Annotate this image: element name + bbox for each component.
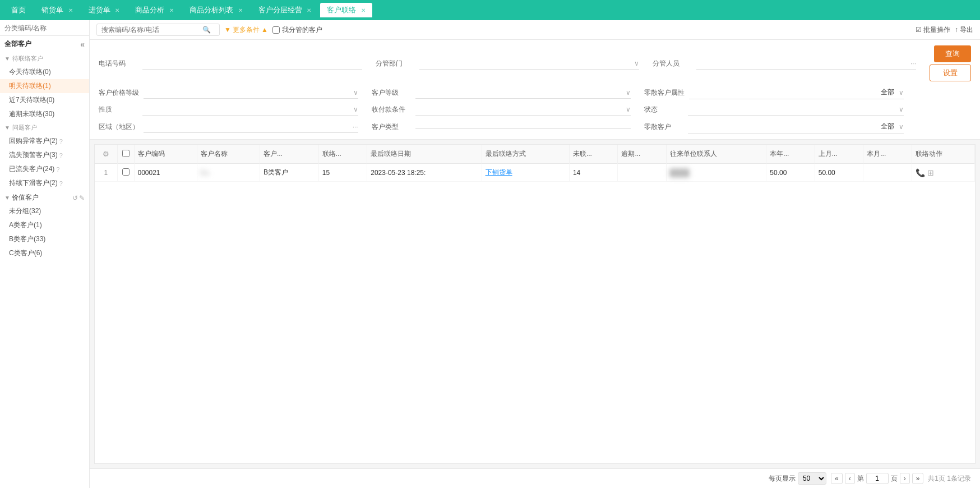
sidebar-item-week7[interactable]: 近7天待联络(0) — [0, 93, 89, 107]
nav-customer-contact[interactable]: 客户联络 ✕ — [320, 3, 372, 17]
set-button[interactable]: 设置 — [930, 65, 971, 81]
close-customer-contact-icon[interactable]: ✕ — [361, 7, 366, 13]
nav-product-analysis-list[interactable]: 商品分析列表 ✕ — [183, 3, 249, 17]
my-customers-checkbox[interactable] — [272, 26, 280, 34]
nav-product-analysis[interactable]: 商品分析 ✕ — [128, 3, 181, 17]
cell-last-month: 50.00 — [815, 164, 863, 182]
col-customer-type: 客户... — [260, 145, 318, 164]
more-conditions-btn[interactable]: ▼ 更多条件 ▲ — [224, 25, 268, 35]
customer-level-select[interactable]: ∨ — [415, 87, 631, 99]
close-product-analysis-list-icon[interactable]: ✕ — [238, 7, 243, 13]
sidebar-item-ungrouped[interactable]: 未分组(32) — [0, 204, 89, 218]
edit-icon[interactable]: ✎ — [79, 194, 85, 202]
search-box[interactable]: 🔍 — [96, 24, 220, 36]
sidebar-item-repurchase-abnormal[interactable]: 回购异常客户(2) ? — [0, 134, 89, 148]
my-customers-checkbox-area[interactable]: 我分管的客户 — [272, 25, 322, 35]
help-icon-3[interactable]: ? — [56, 166, 59, 173]
branch-person-select[interactable]: ··· — [696, 58, 916, 70]
first-page-btn[interactable]: « — [831, 473, 843, 484]
sidebar-item-declining[interactable]: 持续下滑客户(2) ? — [0, 176, 89, 190]
branch-dept-select[interactable]: ∨ — [419, 58, 639, 70]
sidebar-item-churn-warning[interactable]: 流失预警客户(3) ? — [0, 148, 89, 162]
export-btn[interactable]: ↑ 导出 — [955, 25, 973, 35]
customer-level-label: 客户等级 — [372, 88, 411, 98]
adv-row-1: 电话号码 分管部门 ∨ 分管人员 ··· — [99, 45, 971, 81]
query-button[interactable]: 查询 — [934, 45, 971, 62]
cell-customer-name[interactable]: Ea — [197, 164, 260, 182]
page-size-dropdown[interactable]: 10 20 50 100 — [798, 472, 826, 485]
all-customers-title[interactable]: 全部客户 « — [0, 36, 89, 52]
price-level-select[interactable]: ∨ — [144, 87, 358, 99]
group-label-pending[interactable]: ▼ 待联络客户 — [0, 52, 89, 65]
branch-person-label: 分管人员 — [653, 59, 692, 68]
value-group-icons: ↺ ✎ — [72, 194, 85, 202]
nav-customer-tier[interactable]: 客户分层经营 ✕ — [252, 3, 318, 17]
row-checkbox[interactable] — [122, 168, 130, 176]
action-phone-icon[interactable]: 📞 — [916, 168, 925, 177]
retail-customer-select[interactable]: 全部 ∨ — [688, 120, 904, 133]
gender-select[interactable]: ∨ — [142, 104, 358, 116]
nav-home[interactable]: 首页 — [4, 3, 33, 17]
sidebar-search-area: 🔍 — [0, 20, 89, 36]
select-all-checkbox[interactable] — [122, 150, 130, 157]
help-icon-1[interactable]: ? — [59, 138, 63, 145]
col-settings[interactable]: ⚙ — [95, 145, 117, 164]
last-page-btn[interactable]: » — [912, 473, 924, 484]
col-customer-name: 客户名称 — [197, 145, 260, 164]
col-this-year: 本年... — [766, 145, 815, 164]
refresh-icon[interactable]: ↺ — [72, 194, 78, 202]
page-number-input[interactable] — [866, 473, 889, 484]
batch-btn[interactable]: ☑ 批量操作 — [916, 25, 950, 35]
status-select[interactable]: ∨ — [688, 104, 904, 116]
customer-type-select[interactable] — [415, 125, 631, 129]
close-sales-icon[interactable]: ✕ — [68, 7, 73, 13]
area-select[interactable]: ··· — [144, 121, 358, 133]
collapse-icon[interactable]: « — [80, 40, 85, 49]
search-input[interactable] — [101, 26, 202, 34]
adv-row-4: 区域（地区） ··· 客户类型 零散客户 全部 ∨ — [99, 120, 971, 133]
sidebar-item-today[interactable]: 今天待联络(0) — [0, 65, 89, 79]
cell-no-contact: 14 — [569, 164, 617, 182]
next-page-btn[interactable]: › — [900, 473, 910, 484]
close-product-analysis-icon[interactable]: ✕ — [169, 7, 174, 13]
sidebar-search-input[interactable] — [4, 24, 89, 32]
page-size-select[interactable]: 每页显示 10 20 50 100 — [769, 472, 826, 485]
retail-attr-select[interactable]: 全部 ∨ — [689, 86, 904, 99]
help-icon-2[interactable]: ? — [59, 152, 63, 159]
sidebar-item-class-a[interactable]: A类客户(1) — [0, 218, 89, 232]
payment-field: 收付款条件 ∨ — [372, 104, 631, 116]
action-grid-icon[interactable]: ⊞ — [927, 168, 934, 177]
arrow-icon-2: ▼ — [4, 125, 10, 131]
caret-down-icon: ∨ — [634, 59, 639, 67]
prev-page-btn[interactable]: ‹ — [845, 473, 855, 484]
sidebar-item-class-c[interactable]: C类客户(6) — [0, 246, 89, 260]
search-icon-main[interactable]: 🔍 — [202, 26, 211, 34]
close-customer-tier-icon[interactable]: ✕ — [307, 7, 311, 13]
retail-customer-field: 零散客户 全部 ∨ — [644, 120, 904, 133]
col-checkbox-header[interactable] — [117, 145, 134, 164]
sidebar-item-class-b[interactable]: B类客户(33) — [0, 232, 89, 246]
payment-select[interactable]: ∨ — [415, 104, 631, 116]
cell-last-contact-method[interactable]: 下销货单 — [482, 164, 569, 182]
last-contact-method-link[interactable]: 下销货单 — [486, 168, 512, 176]
close-purchase-icon[interactable]: ✕ — [115, 7, 119, 13]
sidebar-item-overdue[interactable]: 逾期未联络(30) — [0, 107, 89, 121]
cell-checkbox[interactable] — [117, 164, 134, 182]
sidebar-item-churned[interactable]: 已流失客户(24) ? — [0, 162, 89, 176]
adv-filter: 电话号码 分管部门 ∨ 分管人员 ··· — [90, 40, 980, 140]
dots-icon[interactable]: ··· — [910, 59, 916, 67]
phone-input[interactable] — [142, 58, 362, 70]
dots-icon-2[interactable]: ··· — [353, 123, 358, 131]
cell-last-contact-date: 2023-05-23 18:25: — [367, 164, 482, 182]
col-contact-count: 联络... — [318, 145, 367, 164]
group-header-value[interactable]: ▼ 价值客户 ↺ ✎ — [0, 190, 89, 204]
cell-unit-contacts: ████ — [666, 164, 766, 182]
nav-purchase[interactable]: 进货单 ✕ — [82, 3, 127, 17]
sidebar-item-tomorrow[interactable]: 明天待联络(1) — [0, 79, 89, 93]
help-icon-4[interactable]: ? — [59, 180, 63, 187]
main-layout: 🔍 全部客户 « ▼ 待联络客户 今天待联络(0) 明天待联络(1) 近7天待联… — [0, 20, 980, 488]
group-label-problem[interactable]: ▼ 问题客户 — [0, 121, 89, 134]
settings-icon[interactable]: ⚙ — [103, 150, 109, 158]
nav-sales[interactable]: 销货单 ✕ — [35, 3, 80, 17]
phone-label: 电话号码 — [99, 59, 138, 68]
